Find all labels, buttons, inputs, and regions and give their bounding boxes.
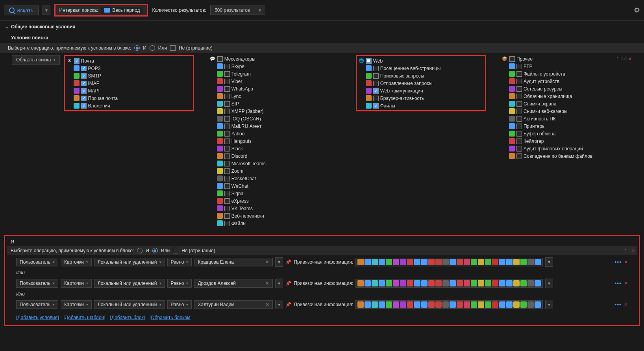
user-selector[interactable]: Пользователь▾: [16, 258, 58, 266]
equals-selector[interactable]: Равно▾: [167, 258, 192, 266]
mail-checkbox[interactable]: [74, 58, 80, 64]
scope-item-checkbox[interactable]: [516, 109, 522, 114]
scope-item[interactable]: Hangouts: [210, 137, 340, 145]
scope-item-checkbox[interactable]: [224, 213, 230, 219]
scope-item[interactable]: WhatsApp: [210, 85, 340, 92]
link-add-condition[interactable]: [Добавить условие]: [16, 315, 59, 320]
interval-selector[interactable]: Весь период: [101, 7, 143, 14]
scope-item[interactable]: XMPP (Jabber): [210, 107, 340, 115]
scope-item-checkbox[interactable]: [224, 101, 230, 107]
scope-item[interactable]: Web-коммуникации: [359, 87, 483, 94]
scope-item[interactable]: VK Teams: [210, 205, 340, 212]
user-selector[interactable]: Пользователь▾: [16, 279, 58, 288]
value-box[interactable]: Дроздов Алексей✕: [194, 279, 273, 288]
scope-item-checkbox[interactable]: [81, 66, 87, 71]
scope-item[interactable]: Slack: [210, 145, 340, 152]
scope-item[interactable]: Discord: [210, 152, 340, 160]
scope-item-checkbox[interactable]: [516, 71, 522, 77]
pin-icon[interactable]: 📌: [285, 259, 291, 265]
scope-item-checkbox[interactable]: [224, 198, 230, 204]
local-selector[interactable]: Локальный или удаленный▾: [94, 258, 165, 266]
binding-dropdown[interactable]: ▾: [545, 257, 553, 267]
scope-item[interactable]: Файлы: [359, 102, 483, 109]
local-selector[interactable]: Локальный или удаленный▾: [94, 300, 165, 309]
checkbox-not-2[interactable]: [173, 248, 178, 253]
scope-item[interactable]: Yahoo: [210, 130, 340, 137]
scope-item[interactable]: Lync: [210, 92, 340, 100]
scope-item[interactable]: IMAP: [67, 79, 191, 87]
scope-item-checkbox[interactable]: [516, 124, 522, 129]
web-header[interactable]: 🌐 Web: [359, 57, 483, 65]
web-checkbox[interactable]: [366, 58, 372, 64]
scope-item[interactable]: Активность ПК: [502, 115, 632, 122]
scope-item-checkbox[interactable]: [516, 79, 522, 84]
scope-item-checkbox[interactable]: [516, 64, 522, 69]
scope-item[interactable]: Вложения: [67, 102, 191, 109]
scope-item[interactable]: Принтеры: [502, 122, 632, 130]
scope-item-checkbox[interactable]: [224, 191, 230, 196]
scope-item[interactable]: Сетевые ресурсы: [502, 85, 632, 92]
block-collapse[interactable]: ⌃ ✕: [624, 248, 635, 253]
other-header[interactable]: 📦 Прочее ⌃ ⊕⊖ ✕: [502, 55, 632, 63]
link-wrap-block[interactable]: [Обрамить блоком]: [150, 315, 192, 320]
scope-item-checkbox[interactable]: [224, 131, 230, 137]
value-dropdown[interactable]: ▾: [275, 279, 283, 288]
scope-item[interactable]: Браузер-активность: [359, 94, 483, 102]
scope-item[interactable]: SMTP: [67, 72, 191, 79]
clear-icon[interactable]: ✕: [265, 281, 269, 286]
clear-icon[interactable]: ✕: [265, 259, 269, 265]
scope-item[interactable]: Microsoft Teams: [210, 160, 340, 167]
scope-item[interactable]: Signal: [210, 190, 340, 197]
messengers-header[interactable]: 💬 Мессенджеры: [210, 55, 340, 63]
clear-icon[interactable]: ✕: [265, 302, 269, 307]
scope-item[interactable]: Кейлогер: [502, 137, 632, 145]
scope-item-checkbox[interactable]: [224, 116, 230, 122]
scope-item[interactable]: RocketChat: [210, 175, 340, 182]
binding-dropdown[interactable]: ▾: [545, 300, 553, 309]
scope-item-checkbox[interactable]: [224, 71, 230, 77]
scope-item-checkbox[interactable]: [81, 88, 87, 94]
cards-selector[interactable]: Карточки▾: [61, 300, 92, 309]
value-dropdown[interactable]: ▾: [275, 257, 283, 267]
local-selector[interactable]: Локальный или удаленный▾: [94, 279, 165, 288]
row-delete[interactable]: ✕: [624, 302, 628, 307]
scope-item-checkbox[interactable]: [224, 94, 230, 99]
user-selector[interactable]: Пользователь▾: [16, 300, 58, 309]
cards-selector[interactable]: Карточки▾: [61, 279, 92, 288]
scope-item[interactable]: Веб-переписки: [210, 212, 340, 220]
scope-item-checkbox[interactable]: [224, 146, 230, 151]
scope-item[interactable]: Облачные хранилища: [502, 92, 632, 100]
equals-selector[interactable]: Равно▾: [167, 300, 192, 309]
scope-item-checkbox[interactable]: [81, 103, 87, 109]
checkbox-not[interactable]: [170, 45, 176, 51]
binding-dropdown[interactable]: ▾: [545, 279, 553, 288]
scope-button[interactable]: Область поиска ▾: [12, 55, 60, 65]
scope-item-checkbox[interactable]: [373, 73, 379, 79]
binding-icons[interactable]: [355, 300, 543, 309]
scope-item[interactable]: Снимки экрана: [502, 100, 632, 107]
scope-item-checkbox[interactable]: [81, 73, 87, 79]
scope-item-checkbox[interactable]: [224, 183, 230, 189]
scope-item-checkbox[interactable]: [516, 146, 522, 151]
binding-icons[interactable]: [355, 258, 543, 266]
scope-item-checkbox[interactable]: [516, 131, 522, 137]
scope-item-checkbox[interactable]: [373, 66, 379, 71]
scope-item[interactable]: Skype: [210, 63, 340, 70]
scope-item[interactable]: Совпадения по банкам файлов: [502, 152, 632, 160]
radio-and[interactable]: [134, 45, 140, 51]
scope-item-checkbox[interactable]: [224, 109, 230, 114]
equals-selector[interactable]: Равно▾: [167, 279, 192, 288]
scope-item-checkbox[interactable]: [224, 79, 230, 84]
mail-header[interactable]: ✉ Почта: [67, 57, 191, 65]
radio-or[interactable]: [150, 45, 155, 51]
scope-item-checkbox[interactable]: [224, 153, 230, 159]
row-delete[interactable]: ✕: [624, 281, 628, 286]
scope-item-checkbox[interactable]: [224, 86, 230, 92]
row-menu[interactable]: •••: [614, 301, 622, 308]
scope-item[interactable]: Аудит файловых операций: [502, 145, 632, 152]
scope-item-checkbox[interactable]: [224, 161, 230, 166]
scope-item-checkbox[interactable]: [516, 116, 522, 122]
scope-item-checkbox[interactable]: [81, 96, 87, 101]
cards-selector[interactable]: Карточки▾: [61, 258, 92, 266]
scope-item[interactable]: Mail.RU Агент: [210, 122, 340, 130]
